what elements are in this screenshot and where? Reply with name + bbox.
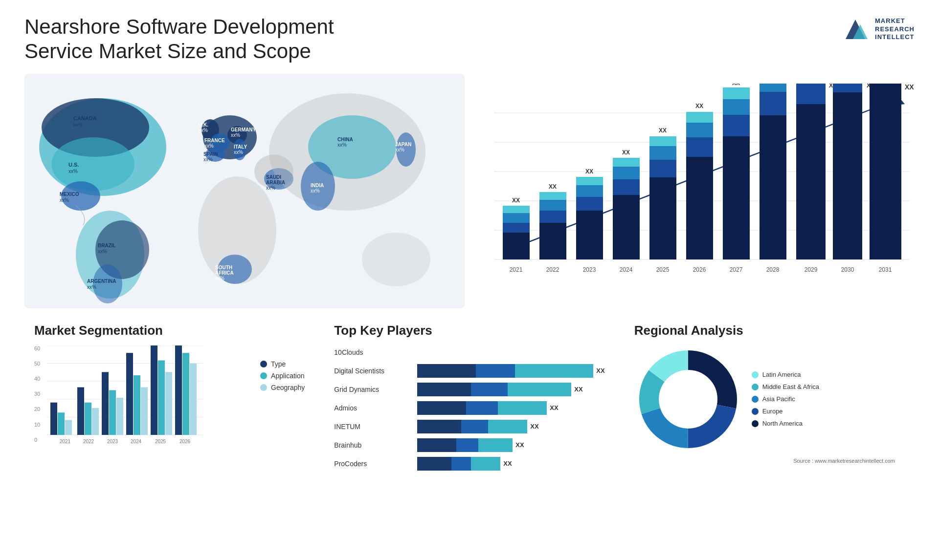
svg-rect-145 (151, 345, 157, 435)
player-bar-brainhub: XX (417, 438, 604, 452)
svg-rect-101 (723, 136, 750, 259)
svg-text:2023: 2023 (107, 439, 118, 444)
svg-rect-104 (723, 87, 750, 99)
player-name-procoders: ProCoders (334, 460, 412, 468)
svg-rect-108 (760, 92, 786, 115)
header: Nearshore Software Development Service M… (24, 15, 915, 64)
svg-rect-92 (649, 136, 676, 146)
svg-text:xx%: xx% (266, 185, 275, 191)
bar-seg2 (461, 420, 488, 433)
svg-rect-116 (833, 92, 862, 259)
player-brainhub: Brainhub XX (334, 438, 604, 452)
svg-text:U.K.: U.K. (199, 122, 208, 128)
svg-text:xx%: xx% (98, 249, 107, 254)
svg-rect-109 (760, 84, 786, 92)
svg-rect-73 (539, 200, 566, 211)
player-value: XX (550, 404, 558, 411)
donut-chart (634, 345, 742, 453)
player-bar-procoders: XX (417, 457, 604, 471)
bar-seg3 (471, 457, 500, 471)
logo-line1: MARKET (875, 17, 915, 25)
growth-chart-svg: XX 2021 XX 2022 XX 2023 (494, 84, 934, 303)
svg-rect-141 (126, 353, 133, 435)
svg-text:XX: XX (659, 127, 667, 134)
legend-middle-east-africa: Middle East & Africa (752, 383, 819, 390)
svg-rect-133 (77, 387, 84, 435)
player-bar-10clouds (417, 345, 604, 359)
svg-text:2021: 2021 (60, 439, 71, 444)
svg-rect-98 (686, 112, 713, 123)
svg-text:xx%: xx% (73, 122, 83, 128)
svg-rect-138 (109, 390, 116, 435)
application-label: Application (271, 372, 305, 380)
middle-east-label: Middle East & Africa (762, 383, 819, 390)
svg-text:GERMANY: GERMANY (231, 127, 256, 132)
svg-rect-117 (833, 84, 862, 92)
growth-chart-section: XX 2021 XX 2022 XX 2023 (470, 74, 939, 308)
map-section: CANADA xx% U.S. xx% MEXICO xx% BRAZIL xx… (24, 74, 465, 308)
geography-dot (260, 384, 267, 391)
legend-application: Application (260, 372, 305, 380)
svg-rect-150 (182, 353, 189, 435)
asia-pacific-label: Asia Pacific (762, 395, 795, 403)
main-grid: CANADA xx% U.S. xx% MEXICO xx% BRAZIL xx… (24, 74, 915, 313)
player-name-inetum: INETUM (334, 423, 412, 431)
north-america-label: North America (762, 420, 803, 427)
svg-text:xx%: xx% (87, 284, 96, 290)
svg-rect-85 (613, 167, 640, 179)
svg-rect-80 (576, 177, 603, 185)
bottom-grid: Market Segmentation 0 10 20 30 40 50 60 (24, 318, 915, 475)
svg-rect-67 (503, 213, 530, 223)
svg-rect-68 (503, 206, 530, 213)
svg-rect-78 (576, 197, 603, 211)
player-bar-admios: XX (417, 401, 604, 415)
svg-text:XX: XX (695, 103, 703, 109)
segmentation-title: Market Segmentation (34, 323, 305, 338)
legend-latin-america: Latin America (752, 371, 819, 378)
player-bar-inetum: XX (417, 420, 604, 433)
svg-text:XX: XX (549, 183, 557, 190)
players-list: 10Clouds Digital Scientists XX Grid Dyna (334, 345, 604, 471)
svg-rect-95 (686, 157, 713, 259)
svg-text:2025: 2025 (155, 439, 166, 444)
player-value: XX (515, 441, 524, 449)
bar-seg2 (456, 438, 478, 452)
bar-seg3 (498, 401, 547, 415)
svg-rect-74 (539, 192, 566, 200)
svg-text:XX: XX (585, 168, 593, 175)
svg-rect-139 (116, 398, 123, 435)
svg-text:2028: 2028 (766, 266, 780, 273)
svg-text:xx%: xx% (311, 188, 320, 194)
svg-rect-77 (576, 211, 603, 259)
svg-rect-147 (165, 372, 172, 435)
svg-rect-120 (870, 84, 901, 259)
svg-text:2031: 2031 (879, 266, 892, 273)
svg-text:ARGENTINA: ARGENTINA (87, 279, 116, 284)
svg-text:2026: 2026 (693, 266, 706, 273)
asia-pacific-dot (752, 396, 759, 403)
svg-text:2023: 2023 (583, 266, 596, 273)
svg-rect-66 (503, 223, 530, 233)
europe-label: Europe (762, 408, 783, 415)
svg-rect-79 (576, 185, 603, 197)
page-container: Nearshore Software Development Service M… (0, 0, 939, 560)
geography-label: Geography (271, 384, 305, 391)
legend-geography: Geography (260, 384, 305, 391)
logo-line2: RESEARCH (875, 25, 915, 34)
legend-type: Type (260, 360, 305, 368)
svg-rect-91 (649, 146, 676, 160)
svg-rect-137 (102, 372, 109, 435)
svg-text:2029: 2029 (805, 266, 818, 273)
player-name-brainhub: Brainhub (334, 441, 412, 449)
svg-rect-113 (796, 84, 826, 104)
svg-text:XX: XX (622, 149, 630, 156)
svg-rect-149 (175, 345, 182, 435)
svg-text:XX: XX (732, 84, 740, 86)
svg-rect-96 (686, 137, 713, 157)
svg-point-5 (51, 137, 134, 191)
svg-text:2022: 2022 (83, 439, 94, 444)
svg-rect-89 (649, 177, 676, 259)
bar-seg2 (451, 457, 471, 471)
svg-rect-131 (65, 420, 72, 435)
player-value: XX (530, 423, 538, 430)
